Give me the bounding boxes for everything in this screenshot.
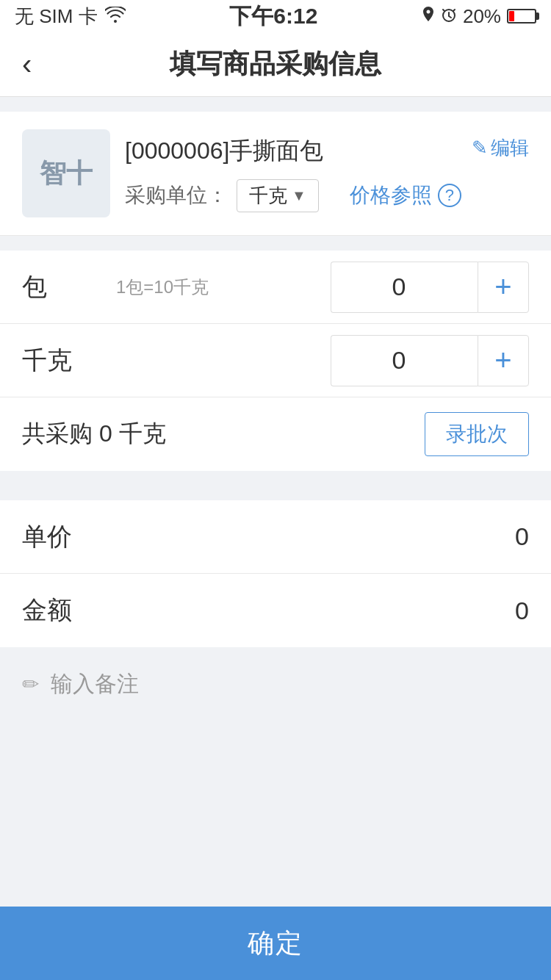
quantity-section: 包 1包=10千克 + 千克 + 共采购 0 千克 录批次 [0,251,551,471]
section-divider-1 [0,236,551,251]
kg-plus-button[interactable]: + [478,335,529,386]
price-ref-button[interactable]: 价格参照 ? [350,181,461,209]
remark-placeholder[interactable]: 输入备注 [51,669,139,699]
status-bar: 无 SIM 卡 下午6:12 [0,0,551,32]
kg-row: 千克 + [0,324,551,397]
price-section: 单价 0 金额 0 [0,500,551,647]
batch-button[interactable]: 录批次 [425,412,529,456]
summary-row: 共采购 0 千克 录批次 [0,397,551,471]
location-icon [422,5,435,28]
kg-input[interactable] [331,335,478,386]
status-right: 20% [422,5,536,28]
unit-label: 采购单位： [125,181,228,209]
bag-input-wrapper: + [331,262,529,313]
unit-dropdown-arrow: ▼ [292,187,306,204]
unit-value: 千克 [249,183,287,209]
section-divider-2 [0,471,551,486]
unit-price-value: 0 [515,522,529,551]
confirm-button[interactable]: 确定 [0,907,551,980]
remark-icon: ✏ [22,672,39,696]
summary-text: 共采购 0 千克 [22,418,166,450]
edit-button[interactable]: ✎ 编辑 [472,135,529,161]
product-card: 智十 [0000006]手撕面包 ✎ 编辑 采购单位： 千克 ▼ 价格参照 [0,112,551,236]
amount-row: 金额 0 [0,574,551,647]
edit-icon: ✎ [472,137,488,159]
wifi-icon [105,5,126,28]
bag-sublabel: 1包=10千克 [116,275,209,299]
sim-label: 无 SIM 卡 [15,4,98,29]
page-title: 填写商品采购信息 [170,46,381,82]
unit-select[interactable]: 千克 ▼ [237,179,319,212]
status-time: 下午6:12 [229,1,317,32]
battery-percent: 20% [463,5,501,28]
product-logo: 智十 [40,156,93,192]
unit-price-row: 单价 0 [0,500,551,574]
product-unit-row: 采购单位： 千克 ▼ 价格参照 ? [125,179,529,212]
price-ref-help-icon[interactable]: ? [438,184,461,207]
bag-row: 包 1包=10千克 + [0,251,551,324]
remark-section[interactable]: ✏ 输入备注 [0,647,551,721]
price-ref-label: 价格参照 [350,181,432,209]
product-name: [0000006]手撕面包 [125,135,323,167]
battery-icon [507,9,536,24]
alarm-icon [441,5,457,28]
kg-input-wrapper: + [331,335,529,386]
status-left: 无 SIM 卡 [15,4,126,29]
amount-label: 金额 [22,594,72,627]
kg-label: 千克 [22,344,110,378]
nav-bar: ‹ 填写商品采购信息 [0,32,551,97]
product-image: 智十 [22,129,110,217]
bag-label: 包 [22,270,110,304]
unit-price-label: 单价 [22,520,72,554]
bag-input[interactable] [331,262,478,313]
bag-plus-button[interactable]: + [478,262,529,313]
amount-value: 0 [515,597,529,625]
product-info: [0000006]手撕面包 ✎ 编辑 采购单位： 千克 ▼ 价格参照 ? [125,135,529,212]
edit-label: 编辑 [491,135,529,161]
back-button[interactable]: ‹ [22,48,32,81]
